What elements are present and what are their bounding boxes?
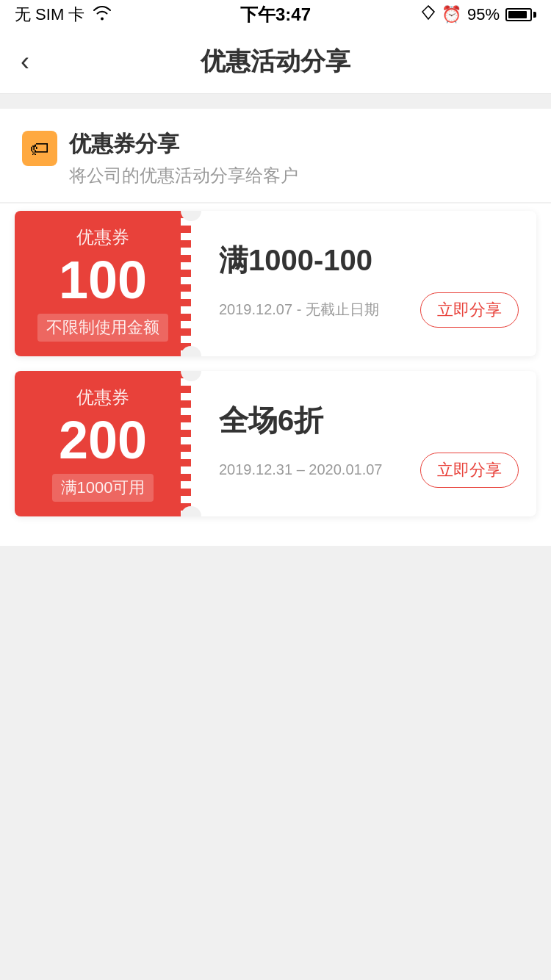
nav-title: 优惠活动分享	[201, 45, 350, 79]
coupon-amount-1: 200	[59, 414, 147, 466]
coupon-left-1: 优惠券 200 满1000可用	[15, 371, 191, 516]
coupon-amount-0: 100	[59, 253, 147, 306]
coupon-label-1: 优惠券	[76, 386, 129, 409]
coupon-left-0: 优惠券 100 不限制使用金额	[15, 211, 191, 356]
coupon-meta-0: 2019.12.07 - 无截止日期 立即分享	[219, 292, 519, 328]
status-right: ⏰ 95%	[421, 4, 536, 25]
carrier-text: 无 SIM 卡	[15, 4, 84, 26]
coupon-condition-0: 不限制使用金额	[37, 314, 168, 342]
coupon-name-1: 全场6折	[219, 400, 519, 441]
coupon-name-0: 满1000-100	[219, 240, 519, 281]
coupon-circle-top	[181, 211, 201, 221]
status-bar: 无 SIM 卡 下午3:47 ⏰ 95%	[0, 0, 551, 29]
location-icon	[421, 4, 436, 25]
back-button[interactable]: ‹	[21, 46, 29, 77]
share-button-1[interactable]: 立即分享	[420, 453, 519, 488]
share-button-0[interactable]: 立即分享	[420, 292, 519, 328]
empty-area	[0, 546, 551, 913]
nav-bar: ‹ 优惠活动分享	[0, 29, 551, 94]
section-text-group: 优惠券分享 将公司的优惠活动分享给客户	[69, 129, 298, 187]
status-left: 无 SIM 卡	[15, 4, 112, 26]
coupon-condition-1: 满1000可用	[52, 474, 154, 502]
alarm-icon: ⏰	[442, 5, 461, 24]
wifi-icon	[92, 4, 112, 25]
coupon-right-1: 全场6折 2019.12.31 – 2020.01.07 立即分享	[201, 371, 536, 516]
section-title: 优惠券分享	[69, 129, 298, 159]
coupon-circle-bottom	[181, 506, 201, 516]
coupon-list: 优惠券 100 不限制使用金额 满1000-100 2019.12.07 - 无…	[0, 203, 551, 546]
coupon-date-0: 2019.12.07 - 无截止日期	[219, 300, 413, 320]
coupon-card: 优惠券 200 满1000可用 全场6折 2019.12.31 – 2020.0…	[15, 371, 536, 516]
coupon-right-0: 满1000-100 2019.12.07 - 无截止日期 立即分享	[201, 211, 536, 356]
coupon-card: 优惠券 100 不限制使用金额 满1000-100 2019.12.07 - 无…	[15, 211, 536, 356]
battery-percentage: 95%	[467, 5, 500, 24]
coupon-icon: 🏷	[22, 131, 57, 166]
coupon-date-1: 2019.12.31 – 2020.01.07	[219, 461, 413, 478]
section-header: 🏷 优惠券分享 将公司的优惠活动分享给客户	[0, 109, 551, 202]
coupon-circle-bottom	[181, 346, 201, 356]
coupon-meta-1: 2019.12.31 – 2020.01.07 立即分享	[219, 453, 519, 488]
section-subtitle: 将公司的优惠活动分享给客户	[69, 164, 298, 187]
status-time: 下午3:47	[240, 3, 311, 26]
coupon-circle-top	[181, 371, 201, 381]
coupon-label-0: 优惠券	[76, 226, 129, 249]
battery-icon	[505, 8, 536, 21]
